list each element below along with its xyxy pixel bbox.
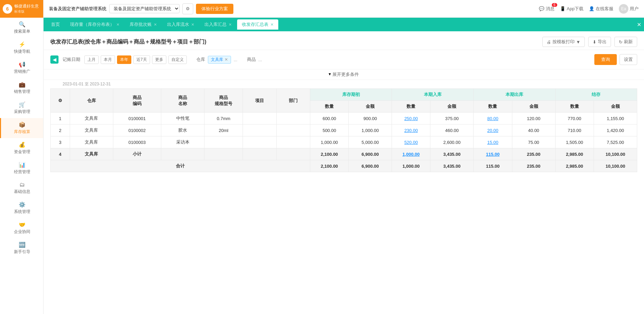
row-project [243,136,277,148]
app-download-button[interactable]: 📱 App下载 [560,6,583,12]
row-closing-amt: 7,525.00 [594,136,637,148]
print-button[interactable]: 🖨 按模板打印 ▼ [542,37,585,47]
row-in-qty[interactable]: 1,000.00 [392,148,430,160]
refresh-label: 刷新 [624,39,633,45]
sidebar-item-inventory[interactable]: 📦 库存核算 [0,118,43,138]
sidebar: 6 畅捷通好生意 标准版 🔍 搜索菜单 ⚡ 快捷导航 📢 营销推广 💼 销售管理… [0,0,44,314]
system-icon: ⚙️ [19,201,26,208]
sidebar-item-purchase[interactable]: 🛒 采购管理 [0,98,43,118]
export-icon: ⬇ [593,39,596,45]
row-dept [277,148,310,160]
row-in-qty-link[interactable]: 230.00 [404,128,418,133]
row-out-qty[interactable]: 20.00 [474,125,512,136]
trial-button[interactable]: 体验行业方案 [196,4,233,14]
sidebar-item-basic-info[interactable]: 🗂 基础信息 [0,178,43,198]
user-button[interactable]: Ea 用户 [619,4,639,14]
row-out-qty-link[interactable]: 15.00 [487,140,498,145]
date-cur-month-btn[interactable]: 本月 [101,55,115,64]
col-closing-amt-header: 金额 [594,101,637,113]
tab-batch[interactable]: 库存批次账 ✕ [125,19,162,30]
sidebar-item-search[interactable]: 🔍 搜索菜单 [0,18,43,38]
date-more-btn[interactable]: 更多 [152,55,166,64]
row-out-qty-link[interactable]: 20.00 [487,128,498,133]
sidebar-item-marketing[interactable]: 📢 营销推广 [0,58,43,78]
sidebar-item-label: 资金管理 [14,149,30,155]
date-7days-btn[interactable]: 近7天 [133,55,150,64]
date-custom-btn[interactable]: 自定义 [168,55,187,64]
row-out-qty-link[interactable]: 115.00 [486,152,500,157]
sidebar-item-operations[interactable]: 📊 经营管理 [0,158,43,178]
warehouse-tag-close[interactable]: ✕ [225,57,228,62]
filter-collapse-button[interactable]: ◀ [50,55,59,64]
row-out-qty[interactable]: 80.00 [474,113,512,125]
row-in-qty[interactable]: 520.00 [392,136,430,148]
logo-badge: 标准版 [14,9,39,14]
tab-recv-summary-close[interactable]: ✕ [270,22,274,27]
online-service-button[interactable]: 👤 在线客服 [589,6,613,12]
row-in-qty-link[interactable]: 520.00 [404,140,418,145]
row-goods: 采访本 [161,136,204,148]
footer-out-qty: 115.00 [474,160,512,172]
sales-icon: 💼 [19,81,26,88]
row-opening-qty: 600.00 [310,113,349,125]
tab-inventory-dist[interactable]: 现存量（库存分布表） ✕ [65,19,124,30]
settings-button[interactable]: ⚙ [182,3,193,14]
row-out-qty[interactable]: 115.00 [474,148,512,160]
service-icon: 👤 [589,6,594,11]
col-closing-header: 结存 [555,89,637,101]
tab-inventory-dist-label: 现存量（库存分布表） [70,21,114,28]
sidebar-item-guide[interactable]: 🆕 新手引导 [0,238,43,258]
sidebar-item-label: 搜索菜单 [14,29,30,34]
message-button[interactable]: 💬 消息 6 [539,6,555,12]
row-in-qty-link[interactable]: 250.00 [404,116,418,121]
filter-settings-button[interactable]: 设置 [620,54,637,65]
close-all-tabs-button[interactable]: ✕ [637,21,641,28]
date-prev-month-btn[interactable]: 上月 [84,55,99,64]
row-out-amt: 120.00 [512,113,555,125]
top-header: 装备及固定资产辅助管理系统 装备及固定资产辅助管理系统 ⚙ 体验行业方案 💬 消… [44,0,644,18]
col-opening-header: 库存期初 [310,89,392,101]
col-out-qty-header: 数量 [474,101,512,113]
tab-inventory-dist-close[interactable]: ✕ [116,22,119,27]
row-warehouse: 文具库 [70,136,113,148]
purchase-icon: 🛒 [19,101,26,108]
row-no: 4 [51,148,70,160]
tab-flow-close[interactable]: ✕ [191,22,194,27]
row-in-qty[interactable]: 250.00 [392,113,430,125]
sidebar-item-quick-nav[interactable]: ⚡ 快捷导航 [0,38,43,58]
tab-summary[interactable]: 出入库汇总 ✕ [200,19,236,30]
refresh-icon: ↻ [619,39,623,45]
tab-home[interactable]: 首页 [46,19,65,30]
sidebar-item-cooperation[interactable]: 🤝 企业协同 [0,218,43,238]
print-dropdown-icon: ▼ [576,39,580,45]
row-out-amt: 40.00 [512,125,555,136]
sidebar-item-system[interactable]: ⚙️ 系统管理 [0,198,43,218]
sidebar-item-finance[interactable]: 💰 资金管理 [0,138,43,158]
row-out-amt: 75.00 [512,136,555,148]
goods-filter-more[interactable]: ... [259,57,262,62]
tab-batch-close[interactable]: ✕ [154,22,157,27]
tab-flow[interactable]: 出入库流水 ✕ [162,19,199,30]
cooperation-icon: 🤝 [19,221,26,228]
warehouse-filter-more[interactable]: ... [234,57,237,62]
footer-opening-amt: 6,900.00 [349,160,392,172]
sidebar-item-sales[interactable]: 💼 销售管理 [0,78,43,98]
row-in-qty[interactable]: 230.00 [392,125,430,136]
refresh-button[interactable]: ↻ 刷新 [614,37,637,47]
tab-summary-close[interactable]: ✕ [229,22,232,27]
query-button[interactable]: 查询 [594,54,617,65]
row-out-qty-link[interactable]: 80.00 [487,116,498,121]
date-cur-year-btn[interactable]: 本年 [117,55,131,64]
row-out-qty[interactable]: 15.00 [474,136,512,148]
col-closing-qty-header: 数量 [555,101,594,113]
row-in-qty-link[interactable]: 1,000.00 [402,152,420,157]
row-dept [277,113,310,125]
col-out-header: 本期出库 [474,89,555,101]
expand-more-bar[interactable]: ▾ 展开更多条件 [44,69,644,80]
export-button[interactable]: ⬇ 导出 [588,37,611,47]
row-no: 1 [51,113,70,125]
footer-closing-amt: 10,100.00 [594,160,637,172]
system-selector[interactable]: 装备及固定资产辅助管理系统 [109,4,180,13]
tab-recv-summary[interactable]: 收发存汇总表 ✕ [237,19,278,30]
row-opening-amt: 5,000.00 [349,136,392,148]
